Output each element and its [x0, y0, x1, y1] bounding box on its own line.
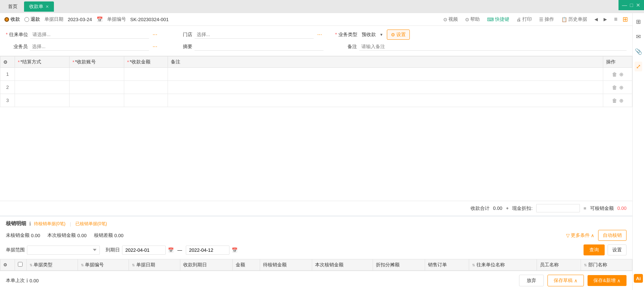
- date-to-input[interactable]: [186, 246, 229, 255]
- shortcut-btn[interactable]: ⌨ 快捷键: [485, 15, 511, 23]
- layout-icon[interactable]: ≡: [612, 15, 620, 23]
- tab-home[interactable]: 首页: [3, 1, 23, 12]
- row1-amount-input[interactable]: [124, 68, 168, 81]
- select-all-checkbox[interactable]: [18, 262, 23, 267]
- row2-notes-input[interactable]: [168, 81, 603, 94]
- table-settings-button[interactable]: 设置: [608, 244, 627, 255]
- operation-btn[interactable]: ☰ 操作: [537, 15, 556, 23]
- row2-copy-icon[interactable]: ⊕: [619, 85, 624, 90]
- filter-row: 单据范围 到期日 📅 — 📅 查询 设置: [6, 244, 627, 255]
- shop-input[interactable]: [195, 31, 314, 39]
- salesperson-input[interactable]: [30, 43, 149, 51]
- print-btn[interactable]: 🖨 打印: [514, 15, 534, 23]
- history-btn[interactable]: 📋 历史单据: [559, 15, 589, 23]
- partner-input[interactable]: [30, 31, 149, 39]
- maximize-btn[interactable]: □: [630, 2, 633, 8]
- row1-payment-method[interactable]: [15, 68, 70, 81]
- row3-notes[interactable]: [168, 94, 603, 107]
- row1-action-icons: 🗑 ⊕: [603, 71, 632, 77]
- row3-amount-input[interactable]: [124, 94, 168, 107]
- row1-payment-method-input[interactable]: [15, 68, 69, 81]
- col-amount: * *收款金额: [124, 56, 168, 68]
- net-value: 0.00: [617, 205, 627, 211]
- discount-input[interactable]: [536, 204, 580, 212]
- settings-button[interactable]: ⚙ 设置: [387, 30, 410, 40]
- date-from-input[interactable]: [122, 246, 166, 255]
- row1-account-number[interactable]: [70, 68, 124, 81]
- row2-delete-icon[interactable]: 🗑: [612, 85, 617, 90]
- row1-delete-icon[interactable]: 🗑: [612, 71, 617, 77]
- pending-tab-link[interactable]: 待核销单据(0笔): [34, 221, 66, 227]
- minimize-btn[interactable]: —: [622, 2, 627, 8]
- refund-radio-input[interactable]: [24, 17, 29, 22]
- row3-payment-method[interactable]: [15, 94, 70, 107]
- row3-account-number[interactable]: [70, 94, 124, 107]
- footer-info-icon[interactable]: ℹ: [26, 278, 28, 283]
- auto-writeoff-button[interactable]: 自动核销: [598, 230, 627, 241]
- salesperson-more-btn[interactable]: ···: [151, 43, 159, 50]
- save-draft-dropdown-icon[interactable]: ∧: [574, 278, 578, 283]
- query-button[interactable]: 查询: [584, 244, 605, 255]
- row3-account-input[interactable]: [70, 94, 124, 107]
- completed-tab-link[interactable]: 已核销单据(0笔): [75, 221, 107, 227]
- col-settings[interactable]: ⚙: [0, 56, 15, 68]
- sidebar-mail-icon[interactable]: ✉: [635, 32, 642, 42]
- receipt-radio[interactable]: 收款: [4, 16, 20, 23]
- range-select[interactable]: [27, 246, 100, 255]
- nav-prev-btn[interactable]: ◀: [592, 16, 600, 23]
- date-cal-icon2[interactable]: 📅: [232, 247, 237, 253]
- help-btn[interactable]: ⊙ 帮助: [463, 15, 482, 23]
- sidebar-clip-icon[interactable]: 📎: [633, 47, 644, 56]
- date-cal-icon1[interactable]: 📅: [168, 247, 174, 253]
- sidebar-table-icon[interactable]: ⊞: [635, 17, 642, 27]
- sidebar-expand-icon[interactable]: ⤢: [635, 62, 642, 71]
- row1-copy-icon[interactable]: ⊕: [619, 71, 624, 77]
- tab-close-icon[interactable]: ✕: [46, 4, 49, 9]
- bt-col-current-writeoff: 本次核销金额: [312, 259, 373, 271]
- ai-button[interactable]: Ai: [634, 274, 643, 283]
- row2-amount-input[interactable]: [124, 81, 168, 94]
- bt-col-checkbox[interactable]: [15, 259, 27, 271]
- save-new-dropdown-icon[interactable]: ∧: [617, 278, 621, 283]
- filter-actions: 查询 设置: [584, 244, 627, 255]
- total-label: 收款合计: [471, 205, 490, 212]
- date-picker-icon[interactable]: 📅: [97, 16, 103, 22]
- refund-radio[interactable]: 退款: [24, 16, 40, 23]
- video-btn[interactable]: ⊙ 视频: [441, 15, 460, 23]
- row2-notes[interactable]: [168, 81, 603, 94]
- row3-amount[interactable]: [124, 94, 168, 107]
- bt-col-settings[interactable]: ⚙: [0, 259, 15, 271]
- business-type-dropdown-icon[interactable]: ▾: [380, 32, 382, 37]
- window-controls: — □ ✕: [619, 0, 644, 10]
- row3-payment-method-input[interactable]: [15, 94, 69, 107]
- row2-account-number[interactable]: [70, 81, 124, 94]
- more-conditions-btn[interactable]: ▽ 更多条件 ∧: [566, 232, 594, 239]
- writeoff-info-icon[interactable]: ℹ: [29, 221, 31, 227]
- summary-input[interactable]: [195, 43, 323, 51]
- row1-account-input[interactable]: [70, 68, 124, 81]
- row1-notes-input[interactable]: [168, 68, 603, 81]
- shop-more-btn[interactable]: ···: [316, 31, 323, 38]
- notes-input[interactable]: [359, 43, 627, 51]
- row3-delete-icon[interactable]: 🗑: [612, 98, 617, 103]
- save-draft-button[interactable]: 保存草稿 ∧: [547, 275, 584, 286]
- row3-copy-icon[interactable]: ⊕: [619, 98, 624, 103]
- grid-icon[interactable]: ⊞: [623, 15, 628, 23]
- nav-next-btn[interactable]: ▶: [601, 16, 609, 23]
- row2-payment-method[interactable]: [15, 81, 70, 94]
- row2-amount[interactable]: [124, 81, 168, 94]
- partner-more-btn[interactable]: ···: [151, 31, 159, 38]
- save-new-button[interactable]: 保存&新增 ∧: [588, 275, 627, 286]
- row3-notes-input[interactable]: [168, 94, 603, 107]
- tab-receipt[interactable]: 收款单 ✕: [24, 1, 54, 12]
- receipt-radio-input[interactable]: [4, 17, 9, 22]
- close-btn[interactable]: ✕: [636, 2, 640, 8]
- discard-button[interactable]: 放弃: [519, 275, 544, 286]
- table-row: 2 🗑 ⊕: [0, 81, 632, 94]
- row-num-3: 3: [0, 94, 15, 107]
- row2-payment-method-input[interactable]: [15, 81, 69, 94]
- row2-account-input[interactable]: [70, 81, 124, 94]
- row1-amount[interactable]: [124, 68, 168, 81]
- row1-notes[interactable]: [168, 68, 603, 81]
- current-stat: 本次核销金额 0.00: [47, 232, 86, 239]
